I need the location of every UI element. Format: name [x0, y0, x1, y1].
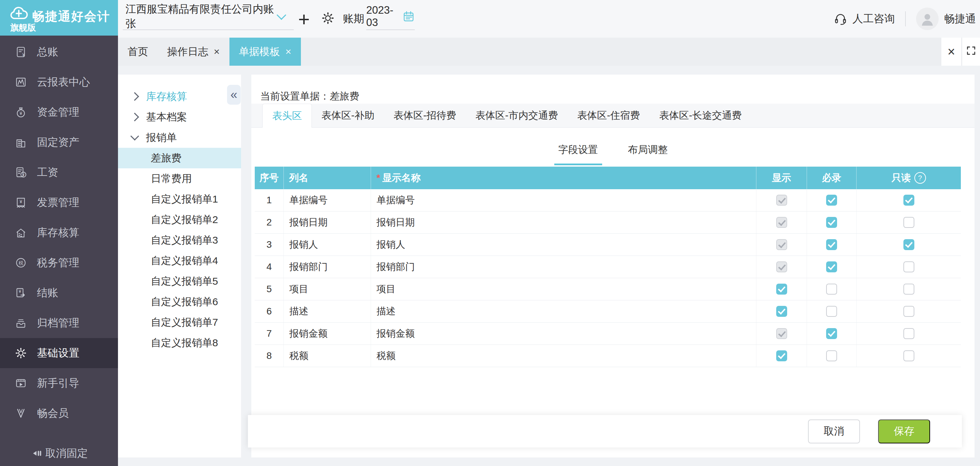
checkbox-required[interactable]	[826, 350, 837, 361]
area-tab[interactable]: 表体区-补助	[312, 104, 384, 127]
sidebar-item[interactable]: ¥ 总账	[0, 37, 118, 67]
sidebar-item[interactable]: 税 税务管理	[0, 248, 118, 278]
checkbox-readonly[interactable]	[904, 262, 914, 272]
tab-close-icon[interactable]: ×	[286, 46, 292, 57]
sidebar-item[interactable]: ¥ 资金管理	[0, 97, 118, 127]
checkbox-show[interactable]	[776, 306, 787, 317]
cell-seq: 4	[255, 256, 284, 278]
collapse-tree-button[interactable]: «	[227, 85, 241, 105]
page-tab[interactable]: 首页 ×	[118, 38, 158, 66]
human-support-button[interactable]: 人工咨询	[833, 12, 895, 26]
sidebar-item-label: 基础设置	[37, 346, 80, 360]
sidebar-item[interactable]: 固定资产	[0, 127, 118, 157]
checkbox-readonly[interactable]	[904, 350, 914, 361]
table-row: 6 描述 描述	[255, 300, 961, 322]
add-account-button[interactable]: +	[293, 0, 315, 38]
tree-child-node[interactable]: 日常费用	[118, 168, 241, 189]
area-tab[interactable]: 表体区-招待费	[384, 104, 466, 127]
fullscreen-button[interactable]	[962, 38, 980, 66]
checkbox-show[interactable]	[776, 328, 787, 339]
tree-parent-node[interactable]: 基本档案	[118, 107, 241, 127]
tree-parent-node[interactable]: 库存核算	[118, 86, 241, 107]
area-tab[interactable]: 表体区-市内交通费	[466, 104, 568, 127]
tree-child-node[interactable]: 差旅费	[118, 148, 241, 168]
tree-child-node[interactable]: 自定义报销单3	[118, 230, 241, 251]
checkbox-show[interactable]	[776, 284, 787, 295]
checkbox-show[interactable]	[776, 217, 787, 228]
settings-icon	[14, 346, 27, 360]
tree-expander-icon[interactable]	[130, 92, 139, 101]
checkbox-show[interactable]	[776, 262, 787, 272]
area-tab[interactable]: 表体区-长途交通费	[650, 104, 752, 127]
tree-child-node[interactable]: 自定义报销单2	[118, 209, 241, 230]
cell-seq: 3	[255, 234, 284, 255]
tree-child-node[interactable]: 自定义报销单1	[118, 189, 241, 209]
tree-parents: 库存核算 基本档案 报销单	[118, 86, 241, 148]
area-tab[interactable]: 表头区	[262, 104, 312, 128]
tree-child-node[interactable]: 自定义报销单7	[118, 312, 241, 333]
sub-tab[interactable]: 布局调整	[624, 143, 672, 165]
open-tabs: 首页 × 操作日志 × 单据模板 ×	[118, 38, 301, 66]
sidebar-item[interactable]: 新手引导	[0, 368, 118, 398]
cancel-button[interactable]: 取消	[808, 420, 860, 444]
checkbox-show[interactable]	[776, 350, 787, 361]
checkbox-readonly[interactable]	[904, 195, 914, 206]
current-doc-value: 差旅费	[329, 91, 360, 102]
sidebar-item[interactable]: 云报表中心	[0, 67, 118, 97]
checkbox-required[interactable]	[826, 239, 837, 250]
checkbox-readonly[interactable]	[904, 328, 914, 339]
cell-name: 报销金额	[371, 322, 756, 345]
tree-child-node[interactable]: 自定义报销单8	[118, 333, 241, 353]
sidebar-item-label: 资金管理	[37, 105, 80, 120]
checkbox-show[interactable]	[776, 239, 787, 250]
username[interactable]: 畅捷通	[944, 12, 976, 26]
svg-text:¥: ¥	[19, 199, 22, 204]
tree-expander-icon[interactable]	[130, 132, 139, 140]
tree-child-node[interactable]: 自定义报销单5	[118, 271, 241, 292]
member-icon	[14, 407, 27, 420]
checkbox-readonly[interactable]	[904, 284, 914, 295]
period-picker[interactable]: 2023-03	[366, 3, 415, 30]
sidebar-item[interactable]: 库存核算	[0, 218, 118, 248]
sidebar-item[interactable]: 畅会员	[0, 398, 118, 428]
gear-icon	[321, 11, 335, 27]
sidebar-item[interactable]: 归档管理	[0, 308, 118, 338]
page-tab[interactable]: 单据模板 ×	[229, 38, 301, 66]
tree-child-node[interactable]: 自定义报销单4	[118, 251, 241, 271]
sidebar-item[interactable]: ¥ 结账	[0, 278, 118, 308]
checkbox-required[interactable]	[826, 284, 837, 295]
sidebar-item-label: 库存核算	[37, 225, 80, 240]
tree-child-node[interactable]: 自定义报销单6	[118, 292, 241, 312]
checkbox-readonly[interactable]	[904, 217, 914, 228]
header-col: 列名	[284, 167, 371, 189]
tree-parent-node[interactable]: 报销单	[118, 127, 241, 148]
checkbox-required[interactable]	[826, 328, 837, 339]
help-icon[interactable]: ?	[914, 172, 926, 184]
sidebar-item[interactable]: ¥ 工资	[0, 157, 118, 187]
checkbox-readonly[interactable]	[904, 306, 914, 317]
tab-close-icon[interactable]: ×	[214, 46, 220, 57]
chevron-down-icon	[277, 10, 286, 20]
company-selector[interactable]: 江西服宝精品有限责任公司内账张	[123, 3, 294, 30]
tax-icon: 税	[14, 256, 27, 269]
checkbox-required[interactable]	[826, 217, 837, 228]
invoice-icon: ¥	[14, 196, 27, 209]
checkbox-required[interactable]	[826, 306, 837, 317]
account-settings-button[interactable]	[317, 0, 339, 38]
checkbox-show[interactable]	[776, 195, 787, 206]
sub-tab[interactable]: 字段设置	[554, 143, 602, 165]
close-all-tabs-button[interactable]: ×	[941, 38, 961, 66]
checkbox-required[interactable]	[826, 262, 837, 272]
sidebar-item[interactable]: 基础设置	[0, 338, 118, 368]
area-tab[interactable]: 表体区-住宿费	[568, 104, 650, 127]
checkbox-readonly[interactable]	[904, 239, 914, 250]
page-tab[interactable]: 操作日志 ×	[158, 38, 229, 66]
sidebar-item[interactable]: ¥ 发票管理	[0, 187, 118, 218]
sidebar-menu: ¥ 总账 云报表中心 ¥ 资金管理 固定资产 ¥ 工资 ¥ 发票管理	[0, 37, 118, 428]
save-button[interactable]: 保存	[878, 420, 930, 444]
cell-col: 报销日期	[284, 211, 371, 233]
tree-expander-icon[interactable]	[130, 113, 139, 121]
avatar[interactable]	[916, 8, 939, 30]
unpin-button[interactable]: 取消固定	[0, 446, 118, 461]
checkbox-required[interactable]	[826, 195, 837, 206]
